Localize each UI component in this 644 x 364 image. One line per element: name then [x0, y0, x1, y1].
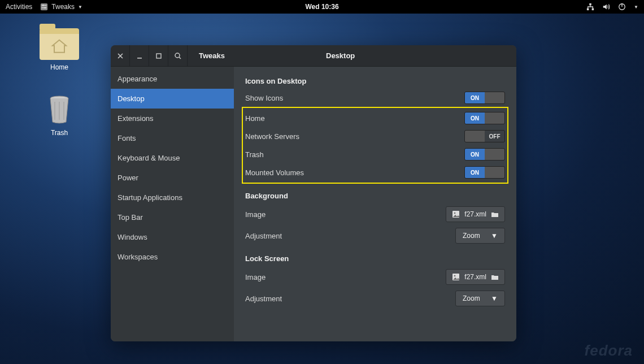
folder-icon	[40, 28, 79, 60]
row-network-servers: Network Servers OFF	[245, 127, 505, 145]
desktop-root: Activities Tweaks ▼ Wed 10:36 ▼ Home	[0, 0, 644, 364]
row-lock-image: Image f27.xml	[245, 266, 505, 288]
sidebar-item-windows[interactable]: Windows	[111, 227, 234, 247]
app-menu-label: Tweaks	[51, 3, 75, 11]
sidebar-item-power[interactable]: Power	[111, 168, 234, 188]
svg-rect-6	[587, 8, 589, 11]
label-mounted-volumes: Mounted Volumes	[245, 168, 304, 177]
sidebar-item-startup-applications[interactable]: Startup Applications	[111, 188, 234, 207]
desktop-icons-area: Home Trash	[34, 28, 85, 137]
house-icon	[51, 39, 68, 54]
home-desktop-icon[interactable]: Home	[34, 28, 85, 71]
volume-icon	[602, 3, 610, 11]
svg-rect-9	[621, 3, 622, 7]
clock[interactable]: Wed 10:36	[305, 3, 338, 11]
highlighted-region: Home ON Network Servers OFF Trash ON Mou…	[242, 107, 508, 184]
tweaks-app-icon	[40, 3, 48, 11]
svg-point-17	[454, 275, 456, 277]
content-pane: Icons on Desktop Show Icons ON Home ON N…	[234, 67, 516, 341]
folder-open-icon	[491, 210, 499, 218]
sidebar-item-workspaces[interactable]: Workspaces	[111, 247, 234, 267]
app-menu[interactable]: Tweaks ▼	[40, 3, 82, 11]
network-icon	[586, 3, 594, 11]
sidebar-item-fonts[interactable]: Fonts	[111, 128, 234, 148]
svg-rect-0	[41, 3, 47, 10]
label-home: Home	[245, 114, 265, 123]
trash-icon	[45, 94, 73, 125]
window-app-title: Tweaks	[188, 51, 236, 60]
image-file-icon	[452, 210, 460, 218]
sidebar-item-extensions[interactable]: Extensions	[111, 109, 234, 128]
watermark: fedora	[585, 342, 633, 359]
svg-point-15	[454, 213, 456, 214]
trash-desktop-icon[interactable]: Trash	[34, 94, 85, 137]
sidebar-item-desktop[interactable]: Desktop	[111, 89, 234, 109]
svg-rect-7	[592, 8, 594, 11]
switch-show-icons[interactable]: ON	[464, 92, 505, 104]
tweaks-window: Tweaks Desktop Appearance Desktop Extens…	[111, 45, 516, 341]
label-bg-image: Image	[245, 210, 266, 219]
switch-network-servers[interactable]: OFF	[464, 130, 505, 142]
switch-home[interactable]: ON	[464, 112, 505, 124]
label-lock-image: Image	[245, 273, 266, 281]
sidebar-item-keyboard-mouse[interactable]: Keyboard & Mouse	[111, 148, 234, 168]
row-show-icons: Show Icons ON	[245, 89, 505, 107]
svg-point-13	[175, 53, 180, 58]
chevron-down-icon: ▼	[634, 5, 638, 10]
minimize-button[interactable]	[130, 45, 149, 67]
activities-button[interactable]: Activities	[6, 3, 32, 11]
close-button[interactable]	[111, 45, 130, 67]
label-trash: Trash	[245, 150, 264, 159]
power-icon	[618, 3, 626, 11]
switch-mounted-volumes[interactable]: ON	[464, 166, 505, 179]
trash-icon-label: Trash	[51, 129, 68, 137]
row-trash: Trash ON	[245, 145, 505, 163]
lock-image-chooser[interactable]: f27.xml	[446, 269, 505, 285]
switch-trash[interactable]: ON	[464, 148, 505, 161]
folder-open-icon	[491, 273, 499, 281]
window-titlebar: Tweaks Desktop	[111, 45, 516, 67]
svg-rect-5	[589, 3, 591, 6]
maximize-button[interactable]	[149, 45, 168, 67]
section-background: Background	[245, 192, 505, 200]
row-home: Home ON	[245, 109, 505, 127]
bg-image-chooser[interactable]: f27.xml	[446, 206, 505, 222]
lock-adjustment-select[interactable]: Zoom ▼	[455, 291, 505, 306]
search-button[interactable]	[168, 45, 188, 67]
sidebar-item-appearance[interactable]: Appearance	[111, 69, 234, 89]
system-tray[interactable]: ▼	[586, 3, 638, 11]
section-lock-screen: Lock Screen	[245, 254, 505, 263]
image-file-icon	[452, 273, 460, 281]
sidebar-item-top-bar[interactable]: Top Bar	[111, 207, 234, 227]
label-lock-adjustment: Adjustment	[245, 294, 282, 303]
chevron-down-icon: ▼	[491, 294, 498, 302]
svg-rect-11	[137, 58, 142, 59]
chevron-down-icon: ▼	[491, 232, 498, 240]
svg-rect-2	[42, 5, 47, 6]
gnome-topbar: Activities Tweaks ▼ Wed 10:36 ▼	[0, 0, 644, 14]
chevron-down-icon: ▼	[78, 5, 82, 10]
label-bg-adjustment: Adjustment	[245, 232, 282, 240]
section-icons-on-desktop: Icons on Desktop	[245, 77, 505, 85]
row-bg-image: Image f27.xml	[245, 203, 505, 225]
row-bg-adjustment: Adjustment Zoom ▼	[245, 225, 505, 246]
svg-rect-12	[156, 54, 161, 58]
svg-rect-4	[42, 7, 47, 8]
bg-adjustment-select[interactable]: Zoom ▼	[455, 228, 505, 244]
label-network-servers: Network Servers	[245, 132, 299, 141]
row-mounted-volumes: Mounted Volumes ON	[245, 163, 505, 181]
sidebar: Appearance Desktop Extensions Fonts Keyb…	[111, 67, 234, 341]
row-lock-adjustment: Adjustment Zoom ▼	[245, 288, 505, 309]
home-icon-label: Home	[50, 63, 68, 71]
window-page-title: Desktop	[326, 51, 355, 60]
label-show-icons: Show Icons	[245, 94, 283, 102]
